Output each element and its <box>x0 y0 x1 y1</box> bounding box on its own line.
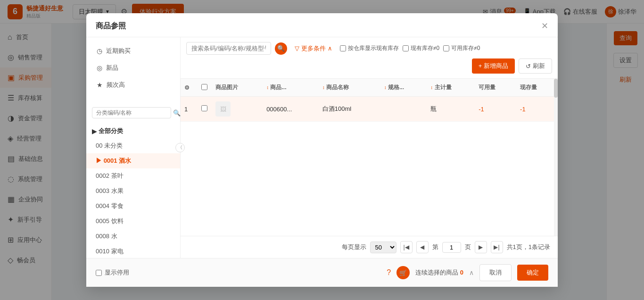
table-row[interactable]: 1 🖼 000600... 白酒100ml 瓶 -1 -1 <box>181 97 558 122</box>
table-header-row: ⚙ 商品图片 ↕ 商品... ↕ <box>181 79 558 97</box>
row-checkbox[interactable] <box>201 105 207 111</box>
tree-item-0001[interactable]: ▶ 0001 酒水 <box>86 153 180 168</box>
tab-new[interactable]: ◎ 新品 <box>92 60 174 76</box>
check-current[interactable]: 现有库存≠0 <box>403 44 439 52</box>
col-name[interactable]: ↕ 商品名称 <box>319 79 380 97</box>
modal-footer: 显示停用 ? 🛒 连续选择的商品 0 ∧ 取消 确定 <box>86 258 558 287</box>
category-search-input[interactable] <box>92 107 171 118</box>
search-input[interactable] <box>186 42 271 55</box>
sort-spec-icon: ↕ <box>384 85 387 90</box>
col-spec[interactable]: ↕ 规格... <box>380 79 427 97</box>
available-checkbox[interactable] <box>443 45 449 51</box>
cell-name: 白酒100ml <box>319 97 380 122</box>
more-conditions[interactable]: ▽ 更多条件 ∧ <box>291 42 336 55</box>
filter-actions: + 新增商品 ↺ 刷新 <box>472 58 552 74</box>
tree-item-0008[interactable]: 0008 水 <box>86 229 180 244</box>
check-warehouse[interactable]: 按仓库显示现有库存 <box>340 44 399 52</box>
modal-header: 商品参照 ✕ <box>86 13 558 37</box>
chevron-up-icon[interactable]: ∧ <box>469 269 474 276</box>
filter-icon: ▽ <box>295 45 299 52</box>
disabled-checkbox[interactable] <box>96 270 102 276</box>
search-icon[interactable]: 🔍 <box>173 109 181 117</box>
col-settings[interactable]: ⚙ <box>181 79 198 97</box>
close-icon[interactable]: ✕ <box>541 21 548 31</box>
current-checkbox[interactable] <box>403 45 409 51</box>
tree-item-0004[interactable]: 0004 零食 <box>86 199 180 214</box>
tree-item-00[interactable]: 00 未分类 <box>86 138 180 153</box>
star-icon: ★ <box>97 81 103 89</box>
scrollbar-thumb[interactable] <box>554 79 558 98</box>
page-size-select[interactable]: 50 10 20 100 <box>370 242 396 253</box>
scrollbar-track <box>554 79 558 236</box>
warehouse-checkbox[interactable] <box>340 45 346 51</box>
triangle-icon: ▶ <box>92 128 97 135</box>
cell-seq: 1 <box>181 97 198 122</box>
add-product-button[interactable]: + 新增商品 <box>472 58 515 74</box>
search-button[interactable]: 🔍 <box>275 42 287 55</box>
tree-item-0003[interactable]: 0003 水果 <box>86 183 180 199</box>
tab-frequent[interactable]: ★ 频次高 <box>92 77 174 93</box>
filter-bar: 🔍 ▽ 更多条件 ∧ 按仓库显示现有库存 现有库存≠0 <box>181 37 558 79</box>
select-all-checkbox[interactable] <box>201 84 207 90</box>
show-disabled-check[interactable]: 显示停用 <box>96 268 129 277</box>
cell-available: -1 <box>475 97 516 122</box>
tree-item-0005[interactable]: 0005 饮料 <box>86 214 180 229</box>
check-available[interactable]: 可用库存≠0 <box>443 44 480 52</box>
col-unit[interactable]: ↕ 主计量 <box>427 79 475 97</box>
col-available: 可用量 <box>475 79 516 97</box>
modal-title: 商品参照 <box>96 21 126 31</box>
tab-recent[interactable]: ◷ 近期购买 <box>92 43 174 59</box>
sort-name-icon: ↕ <box>322 85 325 90</box>
last-page-button[interactable]: ▶| <box>491 241 503 253</box>
new-icon: ◎ <box>97 64 102 72</box>
cell-image: 🖼 <box>212 97 263 122</box>
cancel-button[interactable]: 取消 <box>479 264 512 281</box>
cart-count: 0 <box>460 269 463 276</box>
col-image: 商品图片 <box>212 79 263 97</box>
modal-body: 《 ◷ 近期购买 ◎ 新品 ★ 频次高 <box>86 37 558 258</box>
left-panel: 《 ◷ 近期购买 ◎ 新品 ★ 频次高 <box>86 37 181 258</box>
product-table: ⚙ 商品图片 ↕ 商品... ↕ <box>181 79 558 122</box>
cell-code: 000600... <box>263 97 319 122</box>
active-arrow: ▶ <box>96 157 104 164</box>
modal-overlay: 商品参照 ✕ 《 ◷ 近期购买 ◎ 新品 <box>0 0 644 300</box>
refresh-button[interactable]: ↺ 刷新 <box>519 58 552 74</box>
cell-checkbox[interactable] <box>198 97 212 122</box>
col-code[interactable]: ↕ 商品... <box>263 79 319 97</box>
right-panel: 🔍 ▽ 更多条件 ∧ 按仓库显示现有库存 现有库存≠0 <box>181 37 558 258</box>
chevron-up-icon: ∧ <box>328 45 332 52</box>
left-tabs: ◷ 近期购买 ◎ 新品 ★ 频次高 <box>86 43 180 94</box>
modal-dialog: 商品参照 ✕ 《 ◷ 近期购买 ◎ 新品 <box>86 13 558 287</box>
next-page-button[interactable]: ▶ <box>475 241 487 253</box>
sort-icon: ↕ <box>266 85 269 90</box>
cart-icon[interactable]: 🛒 <box>396 266 410 279</box>
refresh-icon: ↺ <box>526 63 531 70</box>
tree-root[interactable]: ▶ 全部分类 <box>86 124 180 138</box>
sort-unit-icon: ↕ <box>430 85 433 90</box>
cell-spec <box>380 97 427 122</box>
cell-unit: 瓶 <box>427 97 475 122</box>
col-checkbox[interactable] <box>198 79 212 97</box>
cell-stock: -1 <box>516 97 558 122</box>
product-image: 🖼 <box>215 101 231 117</box>
help-icon[interactable]: ? <box>387 268 391 277</box>
col-stock: 现存量 <box>516 79 558 97</box>
prev-page-button[interactable]: ◀ <box>416 241 429 253</box>
product-table-area: ⚙ 商品图片 ↕ 商品... ↕ <box>181 79 558 236</box>
pagination-bar: 每页显示 50 10 20 100 |◀ ◀ 第 页 ▶ ▶| 共1页，1条记录 <box>181 236 558 258</box>
page-number-input[interactable] <box>442 242 461 253</box>
category-search-row: 🔍 <box>86 105 180 120</box>
confirm-button[interactable]: 确定 <box>517 265 548 281</box>
tree-item-0010[interactable]: 0010 家电 <box>86 244 180 258</box>
recent-icon: ◷ <box>97 47 102 55</box>
tree-item-0002[interactable]: 0002 茶叶 <box>86 168 180 183</box>
first-page-button[interactable]: |◀ <box>400 241 413 253</box>
cart-text: 连续选择的商品 0 <box>415 268 463 277</box>
